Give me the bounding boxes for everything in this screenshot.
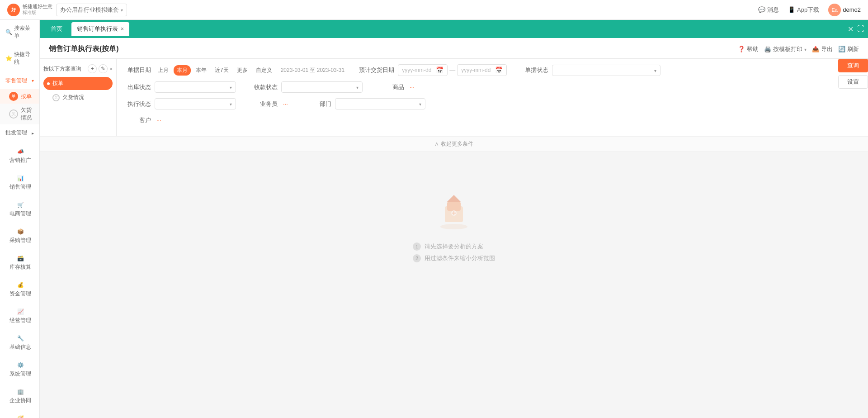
sidebar-item-marketing[interactable]: 📣 营销推广: [0, 143, 39, 170]
main-content: 首页 销售订单执行表 × ✕ ⛶ 销售订单执行表(按单) ❓ 帮助: [40, 20, 868, 418]
status-select[interactable]: [552, 65, 660, 76]
calendar-start-icon: 📅: [436, 66, 443, 74]
tab-close-icon[interactable]: ×: [121, 26, 124, 32]
query-btn[interactable]: 查询: [838, 59, 868, 72]
operations-label: 经营管理: [9, 317, 31, 324]
sidebar-item-operations[interactable]: 📈 经营管理: [0, 303, 39, 330]
print-label: 按模板打印: [773, 45, 802, 53]
sidebar-item-inventory[interactable]: 🗃️ 库存核算: [0, 250, 39, 276]
payment-chevron: [356, 84, 359, 90]
refresh-icon: 🔄: [838, 46, 845, 52]
tab-sales-order[interactable]: 销售订单执行表 ×: [71, 22, 129, 36]
date-btn-more[interactable]: 更多: [234, 65, 251, 76]
warehouse-select[interactable]: [155, 81, 236, 93]
date-btn-this-month[interactable]: 本月: [174, 65, 191, 76]
filter-row-3: 执行状态 业务员 ··· 部门: [124, 98, 861, 109]
sidebar-expand-wholesale[interactable]: 批发管理: [0, 124, 39, 141]
payment-select[interactable]: [281, 81, 363, 93]
sidebar-item-enterprise[interactable]: 🏢 企业协同: [0, 383, 39, 410]
logo-icon: 好: [7, 4, 20, 16]
active-tab-label: 销售订单执行表: [77, 25, 118, 33]
app-download-action[interactable]: 📱 App下载: [788, 6, 819, 14]
message-label: 消息: [767, 6, 779, 14]
system-icon: ⚙️: [17, 362, 24, 368]
sidebar-item-basic[interactable]: 🔧 基础信息: [0, 330, 39, 356]
scheme-active-dot: [47, 82, 50, 85]
tab-minimize-icon[interactable]: ✕: [848, 25, 854, 33]
print-btn[interactable]: 🖨️ 按模板打印: [764, 45, 807, 53]
date-btn-custom[interactable]: 自定义: [253, 65, 275, 76]
date-end-input[interactable]: yyyy-mm-dd 📅: [457, 64, 507, 76]
sidebar-item-guide[interactable]: 🧭 新手引导: [0, 410, 39, 418]
page-title: 销售订单执行表(按单): [49, 44, 119, 54]
finance-icon: 💰: [17, 282, 24, 288]
scheme-header-label: 按以下方案查询: [43, 65, 81, 73]
enterprise-icon: 🏢: [17, 389, 24, 395]
date-btn-7days[interactable]: 近7天: [212, 65, 232, 76]
inventory-icon: 🗃️: [17, 255, 24, 261]
print-dropdown-icon: [804, 46, 807, 52]
help-btn[interactable]: ❓ 帮助: [738, 45, 759, 53]
collapse-arrow-icon: ∧: [434, 141, 440, 147]
sidebar-item-system[interactable]: ⚙️ 系统管理: [0, 356, 39, 383]
exec-select[interactable]: [155, 98, 236, 109]
dept-select[interactable]: [335, 98, 425, 109]
scheme-item-cashier[interactable]: 按单: [43, 77, 113, 90]
payment-group: 收款状态: [250, 81, 363, 93]
salesperson-more-btn[interactable]: ···: [281, 99, 290, 109]
cashier-dot: 单: [9, 92, 18, 101]
warehouse-chevron: [230, 84, 232, 90]
status-chevron: [654, 67, 656, 74]
customer-more-btn[interactable]: ···: [155, 115, 163, 125]
sidebar-submenu-item-cashier[interactable]: 单 按单: [0, 89, 39, 104]
sidebar-submenu-item-owe[interactable]: 欠 欠货情况: [0, 104, 39, 124]
scheme-item-owe[interactable]: 欠 欠货情况: [43, 91, 113, 104]
collapse-scheme-btn[interactable]: «: [109, 66, 113, 72]
username: demo2: [843, 6, 861, 13]
tab-maximize-icon[interactable]: ⛶: [857, 25, 864, 33]
message-icon: 💬: [758, 6, 765, 13]
sidebar-item-purchase[interactable]: 📦 采购管理: [0, 223, 39, 250]
scheme-header: 按以下方案查询 + ✎ «: [43, 64, 113, 73]
quick-nav-label: 快捷导航: [14, 51, 34, 66]
date-quick-btns: 上月 本月 本年 近7天 更多 自定义: [155, 65, 275, 76]
page-container: 销售订单执行表(按单) ❓ 帮助 🖨️ 按模板打印 📤 导出: [40, 38, 868, 418]
collapse-more-bar[interactable]: ∧ 收起更多条件: [40, 136, 868, 152]
sidebar-item-ecommerce[interactable]: 🛒 电商管理: [0, 196, 39, 223]
page-header: 销售订单执行表(按单) ❓ 帮助 🖨️ 按模板打印 📤 导出: [40, 38, 868, 59]
date-btn-last-month[interactable]: 上月: [155, 65, 172, 76]
date-start-input[interactable]: yyyy-mm-dd 📅: [398, 64, 448, 76]
date-label: 单据日期: [124, 66, 151, 74]
export-btn[interactable]: 📤 导出: [812, 45, 833, 53]
sidebar-item-wholesale: 批发管理: [0, 124, 39, 141]
expected-date-label: 预计交货日期: [359, 66, 394, 74]
tab-home[interactable]: 首页: [43, 22, 70, 36]
scheme-actions: + ✎ «: [88, 64, 113, 73]
message-action[interactable]: 💬 消息: [758, 6, 779, 14]
sidebar-search-menu[interactable]: 🔍 搜索菜单: [0, 20, 39, 44]
refresh-btn[interactable]: 🔄 刷新: [838, 45, 859, 53]
dept-chevron: [419, 100, 421, 107]
product-more-btn[interactable]: ···: [408, 82, 498, 92]
sidebar-expand-retail[interactable]: 零售管理 ▾: [0, 72, 39, 89]
sidebar-item-sales[interactable]: 📊 销售管理: [0, 170, 39, 196]
user-area[interactable]: Ea demo2: [828, 4, 861, 16]
settings-btn[interactable]: 设置: [838, 75, 868, 89]
date-btn-this-year[interactable]: 本年: [193, 65, 210, 76]
basic-label: 基础信息: [9, 343, 31, 351]
sidebar-item-finance[interactable]: 💰 资金管理: [0, 276, 39, 303]
purchase-label: 采购管理: [9, 237, 31, 244]
industry-select[interactable]: 办公用品行业模拟账套: [56, 4, 127, 16]
guide-icon: 🧭: [17, 415, 24, 418]
app-layout: 🔍 搜索菜单 ⭐ 快捷导航 零售管理 ▾ 单 按单 欠 欠货情况: [0, 20, 868, 418]
salesperson-label: 业务员: [250, 100, 278, 108]
add-scheme-btn[interactable]: +: [88, 64, 97, 73]
edit-scheme-btn[interactable]: ✎: [99, 64, 108, 73]
logo-text-area: 畅捷通好生意 标准版: [23, 4, 52, 16]
scheme-name: 按单: [52, 80, 63, 87]
marketing-label: 营销推广: [9, 157, 31, 164]
retail-arrow: ▾: [32, 78, 34, 83]
sidebar-quick-nav[interactable]: ⭐ 快捷导航: [0, 46, 39, 71]
tip-num-1: 1: [413, 242, 421, 251]
date-range-picker: yyyy-mm-dd 📅 — yyyy-mm-dd 📅: [398, 64, 507, 76]
